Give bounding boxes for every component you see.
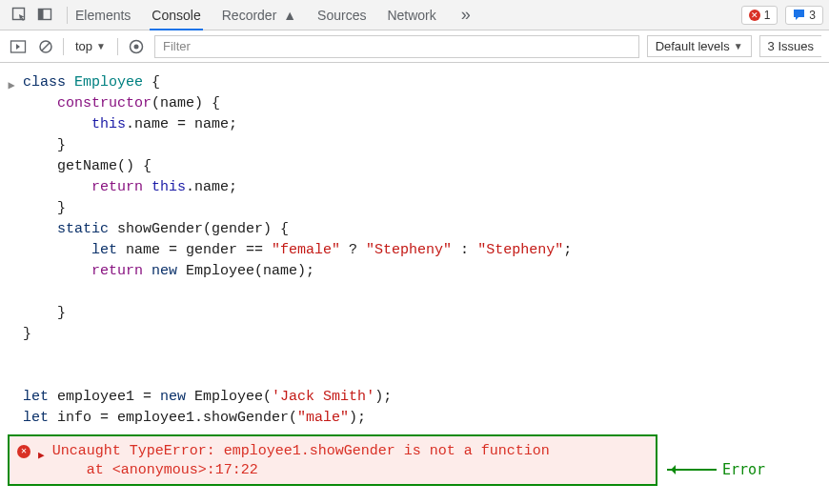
message-icon xyxy=(793,9,805,21)
chevron-down-icon: ▼ xyxy=(734,41,743,51)
dock-icon[interactable] xyxy=(35,5,55,25)
tab-recorder[interactable]: Recorder ▲ xyxy=(222,2,296,29)
more-tabs-icon[interactable]: » xyxy=(457,5,475,25)
tab-elements[interactable]: Elements xyxy=(75,2,131,29)
inspect-dock-group xyxy=(6,5,59,25)
svg-line-5 xyxy=(42,43,50,50)
tab-recorder-label: Recorder xyxy=(222,8,277,23)
messages-badge[interactable]: 3 xyxy=(785,6,823,25)
sidebar-toggle-icon[interactable] xyxy=(8,36,29,57)
error-text: Uncaught TypeError: employee1.showGender… xyxy=(52,442,550,480)
svg-rect-2 xyxy=(39,10,44,19)
divider xyxy=(67,7,68,24)
filter-input[interactable] xyxy=(154,35,639,58)
arrow-left-icon xyxy=(667,469,717,471)
console-toolbar: top ▼ Default levels ▼ 3 Issues xyxy=(0,30,829,63)
inspect-icon[interactable] xyxy=(10,5,30,25)
console-error-message: ✕ ▶ Uncaught TypeError: employee1.showGe… xyxy=(8,434,657,486)
error-icon: ✕ xyxy=(17,445,30,458)
tab-console[interactable]: Console xyxy=(152,2,200,29)
divider xyxy=(63,38,64,55)
errors-count: 1 xyxy=(764,9,771,22)
issues-button[interactable]: 3 Issues xyxy=(759,35,821,57)
code-snippet: class Employee { constructor(name) { thi… xyxy=(23,72,572,429)
expand-caret-icon[interactable]: ▶ xyxy=(6,72,17,96)
tab-sources[interactable]: Sources xyxy=(317,2,366,29)
svg-rect-0 xyxy=(13,9,25,20)
errors-badge[interactable]: ✕ 1 xyxy=(741,6,778,25)
live-expression-icon[interactable] xyxy=(126,36,147,57)
messages-count: 3 xyxy=(809,9,816,22)
flask-icon: ▲ xyxy=(283,8,296,23)
log-levels-selector[interactable]: Default levels ▼ xyxy=(647,35,752,57)
panel-tabs: Elements Console Recorder ▲ Sources Netw… xyxy=(75,2,475,29)
error-dot-icon: ✕ xyxy=(749,10,760,21)
context-label: top xyxy=(75,39,92,53)
clear-console-icon[interactable] xyxy=(36,37,55,56)
tab-network[interactable]: Network xyxy=(387,2,435,29)
annotation-label: Error xyxy=(722,461,765,478)
divider xyxy=(117,38,118,55)
console-input-echo: ▶ class Employee { constructor(name) { t… xyxy=(6,72,823,429)
annotation-arrow: Error xyxy=(667,461,765,478)
expand-caret-icon[interactable]: ▶ xyxy=(38,445,45,466)
context-selector[interactable]: top ▼ xyxy=(71,37,110,55)
svg-point-7 xyxy=(133,44,138,49)
console-output: ▶ class Employee { constructor(name) { t… xyxy=(0,63,829,486)
chevron-down-icon: ▼ xyxy=(96,41,106,51)
levels-label: Default levels xyxy=(656,39,730,53)
devtools-tabbar: Elements Console Recorder ▲ Sources Netw… xyxy=(0,0,829,30)
